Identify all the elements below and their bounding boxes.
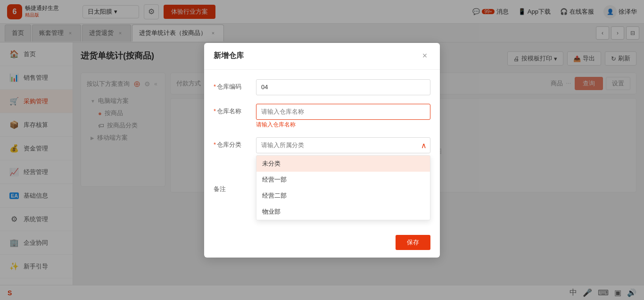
dropdown-option-property[interactable]: 物业部 <box>256 204 430 220</box>
dialog-header: 新增仓库 × <box>204 43 440 70</box>
dropdown-option-dept2[interactable]: 经营二部 <box>256 188 430 204</box>
warehouse-name-error: 请输入仓库名称 <box>256 121 430 129</box>
dropdown-option-unclassified[interactable]: 未分类 <box>256 156 430 172</box>
dialog-overlay: 新增仓库 × * 仓库编码 * 仓库名称 <box>0 0 644 300</box>
new-warehouse-dialog: 新增仓库 × * 仓库编码 * 仓库名称 <box>204 43 440 258</box>
warehouse-category-label: * 仓库分类 <box>214 137 251 149</box>
dialog-body: * 仓库编码 * 仓库名称 请输入仓库名称 <box>204 70 440 229</box>
warehouse-code-row: * 仓库编码 <box>214 79 430 95</box>
dropdown-option-dept1[interactable]: 经营一部 <box>256 172 430 188</box>
save-button[interactable]: 保存 <box>396 235 430 250</box>
warehouse-code-field <box>256 79 430 95</box>
warehouse-category-row: * 仓库分类 ∧ 未分类 经营一部 经营二部 物业部 <box>214 137 430 153</box>
dialog-title: 新增仓库 <box>214 51 244 61</box>
warehouse-category-dropdown: 未分类 经营一部 经营二部 物业部 <box>256 155 430 220</box>
warehouse-name-input[interactable] <box>256 104 430 120</box>
dialog-close-button[interactable]: × <box>419 50 430 62</box>
warehouse-category-input[interactable] <box>256 137 430 153</box>
dropdown-arrow-icon[interactable]: ∧ <box>421 141 427 150</box>
note-label: 备注 <box>214 182 251 193</box>
warehouse-category-field: ∧ 未分类 经营一部 经营二部 物业部 <box>256 137 430 153</box>
warehouse-name-label: * 仓库名称 <box>214 104 251 116</box>
warehouse-code-input[interactable] <box>256 79 430 95</box>
dialog-footer: 保存 <box>204 229 440 258</box>
warehouse-code-label: * 仓库编码 <box>214 79 251 91</box>
warehouse-name-row: * 仓库名称 请输入仓库名称 <box>214 104 430 129</box>
warehouse-name-field: 请输入仓库名称 <box>256 104 430 129</box>
